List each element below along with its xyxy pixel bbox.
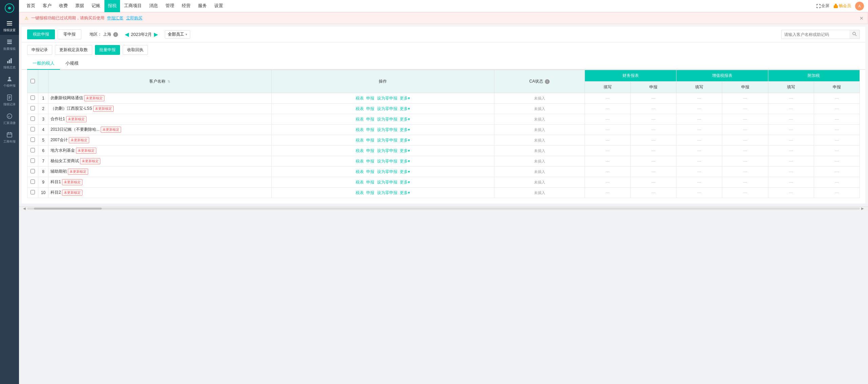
row-checkbox-cell[interactable] [27, 93, 38, 104]
nav-service[interactable]: 服务 [195, 0, 210, 12]
sidebar-item-overview[interactable]: 报税总览 [0, 54, 19, 72]
op-zero[interactable]: 设为零申报 [377, 138, 397, 143]
op-apply[interactable]: 申报 [366, 169, 374, 174]
row-checkbox-cell[interactable] [27, 146, 38, 156]
nav-customer[interactable]: 客户 [39, 0, 55, 12]
row-checkbox[interactable] [31, 127, 35, 131]
sidebar-item-batch-tax[interactable]: 批量报税 [0, 35, 19, 54]
op-tax-table[interactable]: 税表 [356, 106, 364, 111]
row-checkbox-cell[interactable] [27, 104, 38, 114]
row-checkbox[interactable] [31, 190, 35, 194]
date-prev-button[interactable]: ◀ [125, 31, 129, 38]
sidebar-item-record[interactable]: 报税记录 [0, 90, 19, 109]
op-tax-table[interactable]: 税表 [356, 190, 364, 195]
nav-invoice[interactable]: 票据 [72, 0, 87, 12]
op-more[interactable]: 更多▾ [400, 96, 410, 101]
scroll-left-arrow[interactable]: ◀ [22, 207, 27, 210]
row-checkbox[interactable] [31, 169, 35, 173]
row-checkbox[interactable] [31, 116, 35, 121]
nav-accounting[interactable]: 记账 [88, 0, 104, 12]
op-more[interactable]: 更多▾ [400, 127, 410, 132]
op-apply[interactable]: 申报 [366, 106, 374, 111]
fullscreen-button[interactable]: 全屏 [816, 3, 829, 9]
op-tax-table[interactable]: 税表 [356, 159, 364, 164]
row-checkbox[interactable] [31, 95, 35, 100]
nav-business[interactable]: 工商项目 [121, 0, 145, 12]
sidebar-item-personal-tax[interactable]: 个税申报 [0, 72, 19, 90]
row-checkbox-cell[interactable] [27, 188, 38, 198]
scroll-right-arrow[interactable]: ▶ [860, 207, 865, 210]
ca-info-icon[interactable]: i [545, 79, 550, 84]
row-checkbox[interactable] [31, 106, 35, 110]
op-apply[interactable]: 申报 [366, 127, 374, 132]
op-apply[interactable]: 申报 [366, 96, 374, 101]
row-checkbox-cell[interactable] [27, 156, 38, 167]
op-more[interactable]: 更多▾ [400, 169, 410, 174]
op-zero[interactable]: 设为零申报 [377, 169, 397, 174]
op-more[interactable]: 更多▾ [400, 148, 410, 153]
user-avatar[interactable]: A [855, 2, 864, 10]
row-checkbox-cell[interactable] [27, 177, 38, 188]
row-checkbox-cell[interactable] [27, 125, 38, 135]
op-apply[interactable]: 申报 [366, 148, 374, 153]
sidebar-item-annual[interactable]: 工商年报 [0, 128, 19, 146]
app-logo[interactable] [0, 0, 19, 16]
op-tax-table[interactable]: 税表 [356, 96, 364, 101]
row-checkbox[interactable] [31, 137, 35, 142]
op-more[interactable]: 更多▾ [400, 159, 410, 164]
scroll-track[interactable] [27, 208, 860, 210]
nav-operation[interactable]: 经营 [178, 0, 194, 12]
batch-apply-button[interactable]: 批量申报 [95, 45, 120, 55]
banner-link-apply[interactable]: 申报汇签 [107, 15, 123, 21]
banner-close-button[interactable]: ✕ [860, 16, 864, 21]
op-apply[interactable]: 申报 [366, 117, 374, 122]
op-apply[interactable]: 申报 [366, 180, 374, 185]
op-more[interactable]: 更多▾ [400, 180, 410, 185]
op-tax-table[interactable]: 税表 [356, 117, 364, 122]
row-checkbox[interactable] [31, 158, 35, 163]
row-checkbox-cell[interactable] [27, 167, 38, 177]
op-zero[interactable]: 设为零申报 [377, 159, 397, 164]
update-quota-button[interactable]: 更新税定及取数 [55, 45, 92, 55]
row-checkbox-cell[interactable] [27, 114, 38, 125]
nav-home[interactable]: 首页 [23, 0, 39, 12]
apply-record-button[interactable]: 申报记录 [27, 45, 52, 55]
sidebar-item-settlement[interactable]: ¥ 汇算清缴 [0, 109, 19, 128]
nav-message[interactable]: 消息 [146, 0, 161, 12]
op-apply[interactable]: 申报 [366, 159, 374, 164]
subtab-general[interactable]: 一般的税人 [27, 58, 60, 70]
nav-manage[interactable]: 管理 [162, 0, 178, 12]
scroll-thumb[interactable] [34, 208, 102, 210]
op-zero[interactable]: 设为零申报 [377, 106, 397, 111]
op-more[interactable]: 更多▾ [400, 138, 410, 143]
op-more[interactable]: 更多▾ [400, 117, 410, 122]
member-button[interactable]: 畅会员 [833, 3, 851, 9]
op-more[interactable]: 更多▾ [400, 190, 410, 195]
op-tax-table[interactable]: 税表 [356, 169, 364, 174]
banner-link-buy[interactable]: 立即购买 [126, 15, 142, 21]
bottom-scrollbar[interactable]: ◀ ▶ [19, 206, 868, 210]
row-checkbox-cell[interactable] [27, 135, 38, 146]
nav-tax[interactable]: 报税 [104, 0, 120, 12]
nav-settings[interactable]: 设置 [211, 0, 226, 12]
op-zero[interactable]: 设为零申报 [377, 148, 397, 153]
op-zero[interactable]: 设为零申报 [377, 96, 397, 101]
op-apply[interactable]: 申报 [366, 190, 374, 195]
region-info-icon[interactable]: i [113, 32, 118, 37]
op-zero[interactable]: 设为零申报 [377, 117, 397, 122]
op-apply[interactable]: 申报 [366, 138, 374, 143]
col-select-all[interactable] [27, 70, 38, 93]
row-checkbox[interactable] [31, 148, 35, 152]
sort-icon[interactable]: ⇅ [167, 80, 170, 83]
date-next-button[interactable]: ▶ [154, 31, 158, 38]
search-button[interactable] [849, 30, 860, 39]
op-zero[interactable]: 设为零申报 [377, 190, 397, 195]
op-zero[interactable]: 设为零申报 [377, 127, 397, 132]
nav-fee[interactable]: 收费 [56, 0, 71, 12]
tab-zero-apply[interactable]: 零申报 [58, 29, 81, 39]
op-more[interactable]: 更多▾ [400, 106, 410, 111]
op-tax-table[interactable]: 税表 [356, 138, 364, 143]
tab-tax-apply[interactable]: 税款申报 [27, 29, 55, 39]
op-zero[interactable]: 设为零申报 [377, 180, 397, 185]
staff-dropdown[interactable]: 全部员工 ▾ [165, 30, 190, 39]
